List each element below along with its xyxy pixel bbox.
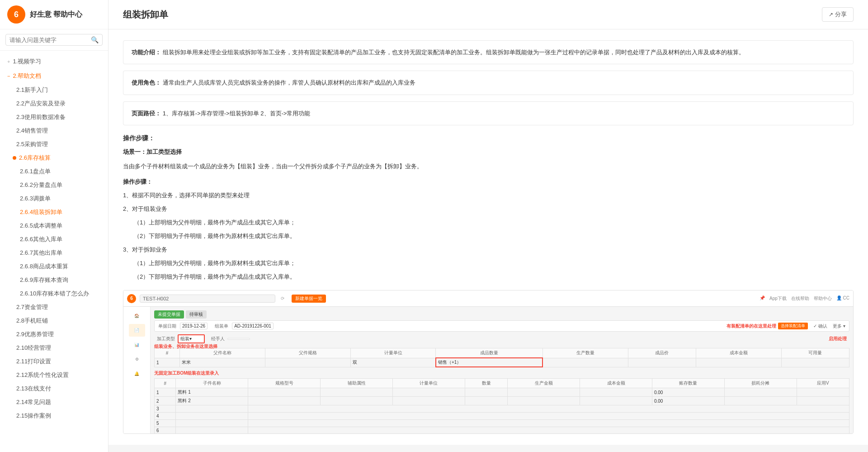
sim-right-icons: 📌 App下载 在线帮助 帮助中心 👤 CC (760, 295, 849, 302)
sidebar-leaf-stocktake[interactable]: 2.6.1盘点单 (0, 165, 108, 178)
sidebar-leaf-other-in[interactable]: 2.6.6其他入库单 (0, 233, 108, 246)
sim-bth-attr: 辅助属性 (321, 379, 393, 388)
app-name: 好生意 帮助中心 (30, 10, 82, 19)
table-row: 1 米米 双 销售（+1） (155, 358, 849, 367)
sidebar-item-online-pay[interactable]: 2.13在线支付 (0, 382, 108, 395)
search-box: 🔍 (0, 29, 108, 51)
sim-type-label: 加工类型 (157, 336, 175, 342)
sim-bth-prod-cost: 生产金额 (508, 379, 580, 388)
role-box: 使用角色： 通常由生产人员或库管人员完成拆装业务的操作，库管人员确认原材料的出库… (123, 71, 854, 95)
sim-tab-review[interactable]: 待审核 (186, 310, 207, 319)
sim-btd-unit1 (392, 388, 465, 397)
search-input[interactable] (9, 37, 91, 43)
sim-url: TEST-H002 (140, 295, 275, 303)
sim-dept-label: 经手人 (211, 336, 225, 342)
table-row: 2 黑料 2 0.00 (155, 397, 849, 405)
sim-btd-empty6 (248, 427, 849, 434)
main-content: 组装拆卸单 ↗ 分享 功能介绍： 组装拆卸单用来处理企业组装或拆卸等加工业务，支… (108, 0, 868, 452)
path-text: 1、库存核算->库存管理->组装拆卸单 2、首页->常用功能 (163, 110, 311, 117)
sim-order-label: 组装单 (215, 323, 228, 329)
sim-tab-new[interactable]: 未提交单据 (154, 310, 184, 319)
sim-td-prod-qty (542, 358, 628, 367)
sidebar-item-newcomer[interactable]: 2.1新手入门 (0, 83, 108, 97)
sidebar-item-inventory[interactable]: 2.6库存核算 (0, 151, 108, 165)
share-button[interactable]: ↗ 分享 (822, 7, 854, 22)
table-row: 3 (155, 405, 849, 413)
sim-td-unit: 双 (350, 358, 436, 367)
sim-type-select[interactable]: 组装▾ (178, 334, 205, 343)
sidebar-item-print[interactable]: 2.11打印设置 (0, 355, 108, 368)
sim-nav-home[interactable]: 🏠 (129, 309, 145, 322)
main-header: 组装拆卸单 ↗ 分享 (108, 0, 868, 29)
sidebar-item-docs[interactable]: − 2.帮助文档 (0, 69, 108, 83)
sidebar-leaf-account-error[interactable]: 2.6.10库存账本错了怎么办 (0, 287, 108, 300)
step3-sub1: （1）上部明细为父件明细，最终作为原材料生成其它出库单； (123, 257, 854, 269)
sim-new-order-btn[interactable]: 新建单据一览 (292, 295, 326, 303)
sim-logo: 6 (127, 294, 136, 303)
share-icon: ↗ (829, 11, 833, 18)
sidebar-leaf-cost-adjust[interactable]: 2.6.5成本调整单 (0, 219, 108, 233)
sidebar-item-faq[interactable]: 2.14常见问题 (0, 395, 108, 409)
search-icon[interactable]: 🔍 (91, 36, 99, 43)
sidebar-leaf-adjust[interactable]: 2.6.3调拨单 (0, 192, 108, 205)
sim-btd-stock2: 0.00 (652, 397, 724, 405)
sim-btd-6: 6 (155, 427, 176, 434)
sidebar-item-data[interactable]: 2.3使用前数据准备 (0, 110, 108, 124)
scene1-label: 场景一：加工类型选择 (123, 146, 854, 158)
nav-tree: + 1.视频学习 − 2.帮助文档 2.1新手入门 2.2产品安装及登录 2.3… (0, 51, 108, 452)
sidebar-item-sales[interactable]: 2.4销售管理 (0, 124, 108, 138)
sim-bth-child-name: 子件名称 (176, 379, 248, 388)
sidebar-leaf-account-check[interactable]: 2.6.9库存账本查询 (0, 273, 108, 287)
screenshot-image: 6 TEST-H002 ⟳ 新建单据一览 📌 App下载 在线帮助 帮助中心 👤… (123, 290, 854, 434)
sidebar-header: 6 好生意 帮助中心 (0, 0, 108, 29)
step2-sub1: （1）上部明细为父件明细，最终作为产成品生成其它入库单； (123, 217, 854, 228)
sim-btd-name2: 黑料 2 (176, 397, 248, 405)
steps-label: 操作步骤： (123, 132, 854, 144)
content-area: 功能介绍： 组装拆卸单用来处理企业组装或拆卸等加工业务，支持有固定装配清单的产品… (108, 29, 868, 445)
sim-btd-name1: 黑料 1 (176, 388, 248, 397)
sim-nav-bell[interactable]: 🔔 (129, 367, 145, 380)
sidebar-item-coupon[interactable]: 2.9优惠券管理 (0, 328, 108, 341)
sim-td-finish-qty: 销售（+1） (436, 358, 543, 367)
sim-dept-input[interactable] (227, 338, 250, 340)
sidebar-leaf-cost-calc[interactable]: 2.6.8商品成本重算 (0, 260, 108, 273)
sim-btd-5: 5 (155, 420, 176, 427)
sim-app-icon: App下载 (769, 295, 787, 302)
sim-header-bar: 单据日期 2019-12-26 组装单 AD-20191226-001 有装配清… (154, 320, 849, 332)
sim-bth-spec: 规格型号 (248, 379, 321, 388)
sidebar-item-ops[interactable]: 2.10经营管理 (0, 341, 108, 355)
table-row: 4 (155, 413, 849, 420)
sim-btd-qty1 (465, 388, 508, 397)
sim-bth-loss: 损耗分摊 (724, 379, 797, 388)
sim-btd-name6 (176, 427, 248, 434)
role-label: 使用角色： (132, 79, 161, 86)
sim-bth-apply: 应用V (797, 379, 849, 388)
sidebar-item-cases[interactable]: 2.15操作案例 (0, 409, 108, 423)
sim-pin-icon: 📌 (760, 295, 765, 302)
sidebar-item-purchase[interactable]: 2.5采购管理 (0, 138, 108, 151)
sim-header-area: 单据日期 2019-12-26 组装单 AD-20191226-001 有装配清… (154, 320, 849, 345)
sim-btd-3: 3 (155, 405, 176, 413)
steps-title: 操作步骤： (123, 176, 854, 188)
sidebar-item-mobile[interactable]: 2.8手机旺铺 (0, 314, 108, 328)
sim-btd-cost2 (580, 397, 652, 405)
sim-btd-2: 2 (155, 397, 176, 405)
sidebar-leaf-other-out[interactable]: 2.6.7其他出库单 (0, 246, 108, 260)
sim-nav-doc[interactable]: 📄 (129, 324, 145, 337)
sidebar-leaf-split-stocktake[interactable]: 2.6.2分量盘点单 (0, 178, 108, 192)
sim-btd-empty4 (248, 413, 849, 420)
sim-bth-qty: 数量 (465, 379, 508, 388)
sim-type-row: 加工类型 组装▾ 经手人 组装业务、拆卸业务在这里选择 启用处理 (154, 333, 849, 345)
sidebar-item-personalize[interactable]: 2.12系统个性化设置 (0, 368, 108, 382)
sim-btd-name4 (176, 413, 248, 420)
table-row: 5 (155, 420, 849, 427)
sim-nav-chart[interactable]: 📊 (129, 338, 145, 351)
sim-nav-settings[interactable]: ⚙ (129, 353, 145, 366)
sidebar-item-video[interactable]: + 1.视频学习 (0, 54, 108, 69)
sidebar-leaf-assemble[interactable]: 2.6.4组装拆卸单 (0, 205, 108, 219)
sidebar-item-capital[interactable]: 2.7资金管理 (0, 300, 108, 314)
sim-select-bom-btn[interactable]: 选择装配清单 (778, 323, 808, 329)
sim-type-annotation: 组装业务、拆卸业务在这里选择 (154, 344, 217, 349)
sim-bth-unit: 计量单位 (392, 379, 465, 388)
sidebar-item-install[interactable]: 2.2产品安装及登录 (0, 97, 108, 110)
